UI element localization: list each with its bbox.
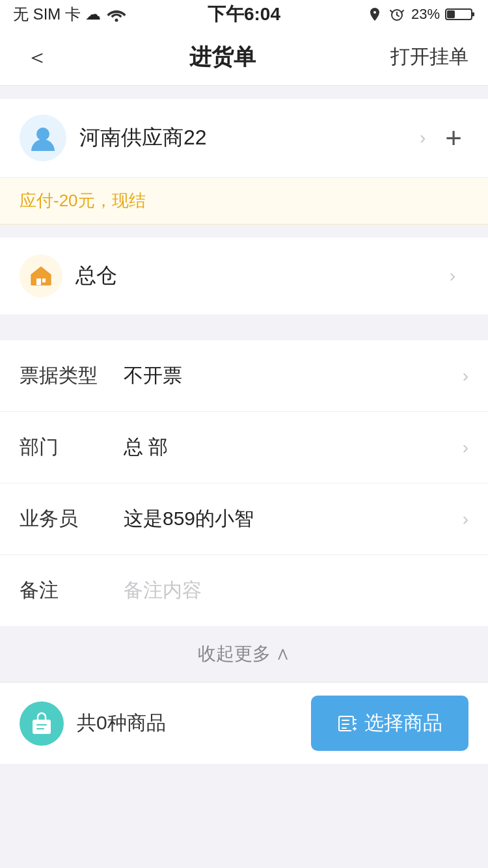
warehouse-icon [28, 263, 54, 289]
collapse-row[interactable]: 收起更多 ∧ [0, 626, 488, 682]
page-background [0, 764, 488, 868]
balance-notice: 应付-20元，现结 [0, 178, 488, 224]
invoice-type-row[interactable]: 票据类型 不开票 › [0, 340, 488, 412]
dept-row[interactable]: 部门 总 部 › [0, 412, 488, 483]
product-count: 共0种商品 [77, 710, 311, 737]
location-icon [367, 7, 383, 22]
section-divider-2 [0, 224, 488, 237]
supplier-avatar [20, 115, 66, 161]
supplier-card: 河南供应商22 › + 应付-20元，现结 [0, 99, 488, 224]
remark-value[interactable]: 备注内容 [98, 577, 468, 604]
svg-rect-3 [472, 12, 474, 16]
section-divider-3 [0, 314, 488, 327]
salesperson-row[interactable]: 业务员 这是859的小智 › [0, 483, 488, 555]
section-divider-1 [0, 86, 488, 99]
supplier-name: 河南供应商22 [79, 124, 420, 152]
battery-text: 23% [411, 6, 440, 23]
open-pending-button[interactable]: 打开挂单 [390, 44, 468, 70]
bottom-bar: 共0种商品 选择商品 [0, 682, 488, 764]
supplier-avatar-icon [29, 124, 57, 152]
product-icon-circle [20, 701, 64, 746]
supplier-chevron-icon: › [420, 128, 426, 148]
product-bag-icon [29, 711, 55, 737]
signal-text: 无 SIM 卡 ☁ [13, 4, 101, 25]
invoice-type-value: 不开票 [98, 362, 463, 389]
wifi-icon [106, 7, 127, 22]
remark-label: 备注 [20, 577, 98, 604]
salesperson-chevron-icon: › [463, 509, 468, 530]
select-product-icon [337, 713, 358, 734]
dept-label: 部门 [20, 434, 98, 461]
supplier-row[interactable]: 河南供应商22 › + [0, 99, 488, 178]
battery-icon [445, 7, 475, 22]
warehouse-icon-circle [20, 254, 62, 297]
select-product-button[interactable]: 选择商品 [311, 696, 468, 751]
warehouse-card: 总仓 › [0, 237, 488, 314]
page-title: 进货单 [189, 42, 256, 72]
status-time: 下午6:04 [208, 2, 280, 27]
collapse-text: 收起更多 ∧ [198, 642, 291, 666]
alarm-icon [388, 7, 406, 22]
svg-point-5 [36, 128, 49, 141]
remark-row[interactable]: 备注 备注内容 [0, 555, 488, 626]
invoice-type-label: 票据类型 [20, 362, 98, 389]
back-button[interactable]: ＜ [20, 36, 55, 79]
svg-rect-7 [42, 278, 46, 282]
warehouse-chevron-icon: › [450, 265, 455, 286]
status-bar: 无 SIM 卡 ☁ 下午6:04 23% [0, 0, 488, 29]
dept-chevron-icon: › [463, 437, 468, 458]
svg-rect-4 [447, 10, 455, 18]
status-right: 23% [367, 6, 475, 23]
form-section: 票据类型 不开票 › 部门 总 部 › 业务员 这是859的小智 › 备注 备注… [0, 340, 488, 626]
warehouse-row[interactable]: 总仓 › [0, 237, 488, 314]
status-left: 无 SIM 卡 ☁ [13, 4, 127, 25]
svg-rect-6 [36, 278, 41, 285]
select-product-label: 选择商品 [364, 710, 442, 737]
warehouse-name: 总仓 [75, 262, 450, 290]
salesperson-label: 业务员 [20, 506, 98, 532]
dept-value: 总 部 [98, 434, 463, 461]
invoice-type-chevron-icon: › [463, 366, 468, 387]
svg-point-0 [115, 19, 118, 22]
svg-rect-8 [33, 720, 51, 734]
salesperson-value: 这是859的小智 [98, 506, 463, 532]
add-supplier-button[interactable]: + [439, 124, 468, 152]
nav-bar: ＜ 进货单 打开挂单 [0, 29, 488, 86]
